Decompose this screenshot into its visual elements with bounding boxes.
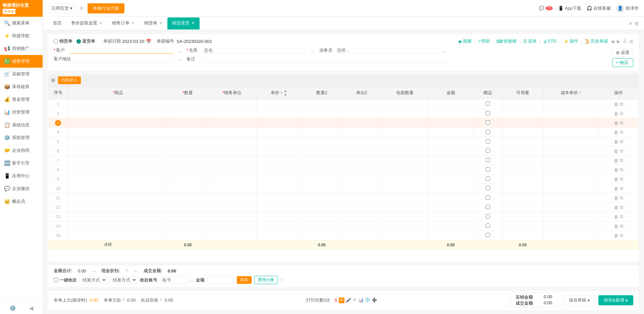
delete-row-icon-15[interactable]: 🗑 [614,233,619,238]
setting-button[interactable]: ⚙ 设置 [612,48,633,57]
calendar-icon[interactable]: 📅 [146,39,151,44]
sidebar-item-wechat[interactable]: 💬 企业微信 [0,182,43,195]
save-new-button[interactable]: 保存&新增 ▾ [598,295,633,305]
settings-bottom-icon[interactable]: ⚙️ [9,305,16,311]
cell-gift-11[interactable] [474,193,502,203]
copy-row-icon-3[interactable]: ⧉ [620,120,623,126]
sidebar-item-member[interactable]: 👑 畅会员 [0,195,43,208]
th-price-help-icon[interactable]: ? [280,90,282,96]
online-service-item[interactable]: 🎧 在线客服 [587,5,611,11]
copy-row-icon-2[interactable]: ⧉ [620,111,623,116]
copy-row-icon-5[interactable]: ⧉ [620,139,623,144]
shortcut-btn[interactable]: ⌨ 快捷键 [496,38,517,44]
sidebar-item-guide[interactable]: 🆕 新手引导 [0,157,43,170]
cell-goods-3[interactable] [68,118,168,128]
delete-row-icon-3[interactable]: 🗑 [614,120,619,126]
delete-row-icon-6[interactable]: 🗑 [614,148,619,154]
app-download-item[interactable]: 📱 App下载 [558,5,581,11]
gift-checkbox-7[interactable] [486,158,490,162]
gift-checkbox-8[interactable] [486,167,490,172]
sidebar-item-enterprise[interactable]: 🤝 企业协同 [0,144,43,157]
copy-row-icon-6[interactable]: ⧉ [620,148,623,154]
gift-checkbox-9[interactable] [486,177,490,181]
amount-input[interactable] [207,276,234,284]
table-settings-icon[interactable]: ⚙ [51,78,55,83]
delete-row-icon-2[interactable]: 🗑 [614,111,619,116]
sidebar-item-system[interactable]: ⚙️ 系统管理 [0,131,43,144]
sidebar-item-shortcut[interactable]: ⚡ 快捷导航 [0,29,43,42]
next-icon[interactable]: ▶ [617,39,620,44]
cell-gift-2[interactable] [474,109,502,118]
gift-checkbox-4[interactable] [486,130,490,134]
customer-input[interactable] [70,47,173,54]
video-btn[interactable]: ▶ 视频 [459,38,472,44]
delete-row-icon-7[interactable]: 🗑 [614,158,619,163]
copy-row-icon-12[interactable]: ⧉ [620,204,623,210]
select-btn[interactable]: ☰ 选择 [523,38,537,44]
icon-plus[interactable]: ➕ [372,298,377,303]
cell-gift-12[interactable] [474,203,502,212]
operate-btn[interactable]: ⚡ 操作 [564,38,578,44]
tab-sales-order[interactable]: 销售订单 ✕ [107,17,140,29]
warehouse-dots[interactable]: ... [310,48,314,53]
staff-input[interactable] [335,47,439,54]
goods-input-3[interactable] [70,120,166,126]
print-btn[interactable]: 🖨 打印 [543,38,557,44]
help-discount-icon[interactable]: ? [125,268,128,273]
add-button[interactable]: 添加 [237,276,252,284]
list-view-icon[interactable]: ☰ [623,39,627,44]
copy-row-icon-7[interactable]: ⧉ [620,158,623,163]
add-row-button[interactable]: + [55,120,61,126]
delete-row-icon-12[interactable]: 🗑 [614,205,619,210]
copy-row-icon-8[interactable]: ⧉ [620,167,623,173]
cell-gift-1[interactable] [474,100,502,109]
industry-select[interactable]: 日用百货 ▾ [48,4,75,13]
delete-row-icon-4[interactable]: 🗑 [614,130,619,135]
receivable-help-icon[interactable]: ? [160,298,162,303]
account-dots[interactable]: ... [190,277,193,282]
sidebar-item-purchase[interactable]: 🛒 采购管理 [0,68,43,80]
customer-dots[interactable]: ... [177,48,181,53]
cell-gift-4[interactable] [474,128,502,137]
user-item[interactable]: 👤 徐泽华 [616,4,639,12]
gift-checkbox-2[interactable] [486,111,490,115]
owe-help-icon[interactable]: ? [122,298,124,303]
sidebar-item-basic[interactable]: 📋 基础信息 [0,119,43,131]
tab-sales-order-close[interactable]: ✕ [131,21,135,25]
copy-row-icon-13[interactable]: ⧉ [620,214,623,219]
cell-gift-6[interactable] [474,146,502,156]
prev-icon[interactable]: ◀ [611,39,614,44]
address-input[interactable] [74,56,173,62]
settings-icon[interactable]: ⚙ [79,6,84,11]
copy-row-icon-15[interactable]: ⧉ [620,233,623,238]
collapse-icon[interactable]: ◀ [29,305,33,311]
cell-gift-14[interactable] [474,222,502,231]
radio-return-input[interactable] [76,39,81,44]
remark-input[interactable] [203,56,448,62]
copy-row-icon-9[interactable]: ⧉ [620,176,623,182]
radio-sales-input[interactable] [54,39,58,44]
icon-shirt[interactable]: 👕 [365,298,370,303]
account-input[interactable] [160,276,187,284]
gift-checkbox-3[interactable] [486,120,490,125]
account-method-select[interactable]: 结算方式 [110,276,137,284]
gift-checkbox-12[interactable] [486,205,490,209]
gift-checkbox-10[interactable] [486,186,490,190]
tab-sales-return-close[interactable]: ✕ [192,21,195,25]
delete-row-icon-13[interactable]: 🗑 [614,214,619,219]
gift-checkbox-13[interactable] [486,214,490,218]
cell-gift-9[interactable] [474,175,502,184]
tab-layout-icon[interactable]: ⊞ [635,21,639,26]
copy-row-icon-4[interactable]: ⧉ [620,129,623,135]
delete-row-icon-11[interactable]: 🗑 [614,195,619,201]
grid-view-icon[interactable]: ⊞ [630,39,633,44]
settlement-select[interactable]: 结算方式 [79,276,107,284]
tab-close-all-icon[interactable]: ✕ [629,21,633,26]
gift-checkbox-15[interactable] [486,233,490,237]
help-btn[interactable]: ? 帮助 [478,38,490,44]
scan-button[interactable]: 扫码录入 [58,76,81,84]
copy-row-icon-10[interactable]: ⧉ [620,186,623,191]
delete-row-icon-1[interactable]: 🗑 [614,102,619,107]
cell-gift-15[interactable] [474,231,502,240]
gift-checkbox-1[interactable] [486,102,490,106]
